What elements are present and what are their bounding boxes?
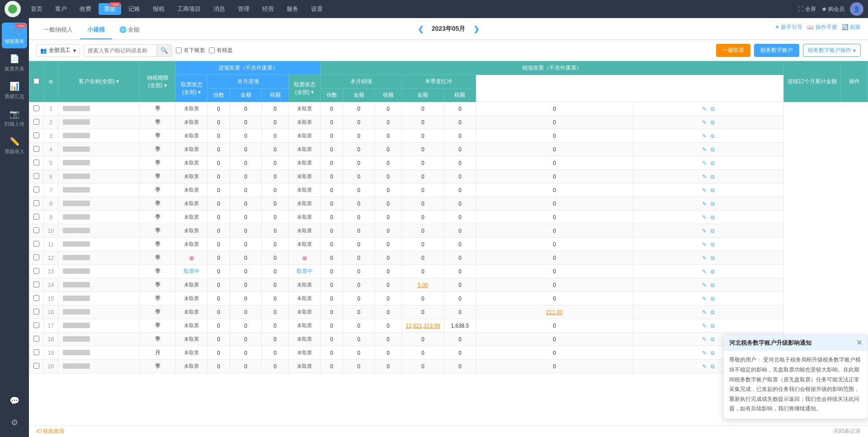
nav-service[interactable]: 服务 xyxy=(281,3,304,15)
top-navigation: 首页 客户 收费 票据new 记账 报税 工商项目 消息 管理 经营 服务 设置… xyxy=(0,0,868,18)
nav-right-actions: ⛶ 全屏 ★ 购会员 👤 xyxy=(798,2,863,16)
user-avatar[interactable]: 👤 xyxy=(850,2,863,16)
nav-manage[interactable]: 管理 xyxy=(232,3,255,15)
nav-commerce[interactable]: 工商项目 xyxy=(172,3,206,15)
nav-home[interactable]: 首页 xyxy=(25,3,48,15)
fullscreen-btn[interactable]: ⛶ 全屏 xyxy=(798,5,816,13)
app-logo xyxy=(5,1,21,17)
nav-invoice[interactable]: 票据new xyxy=(99,3,121,15)
nav-settings[interactable]: 设置 xyxy=(306,3,328,15)
nav-message[interactable]: 消息 xyxy=(208,3,231,15)
nav-tax[interactable]: 报税 xyxy=(147,3,170,15)
nav-client[interactable]: 客户 xyxy=(50,3,72,15)
nav-invoice-badge: new xyxy=(110,2,120,7)
nav-fee[interactable]: 收费 xyxy=(74,3,97,15)
nav-menu: 首页 客户 收费 票据new 记账 报税 工商项目 消息 管理 经营 服务 设置 xyxy=(25,3,798,15)
nav-accounting[interactable]: 记账 xyxy=(123,3,146,15)
nav-operation[interactable]: 经营 xyxy=(257,3,279,15)
vip-btn[interactable]: ★ 购会员 xyxy=(821,5,844,13)
